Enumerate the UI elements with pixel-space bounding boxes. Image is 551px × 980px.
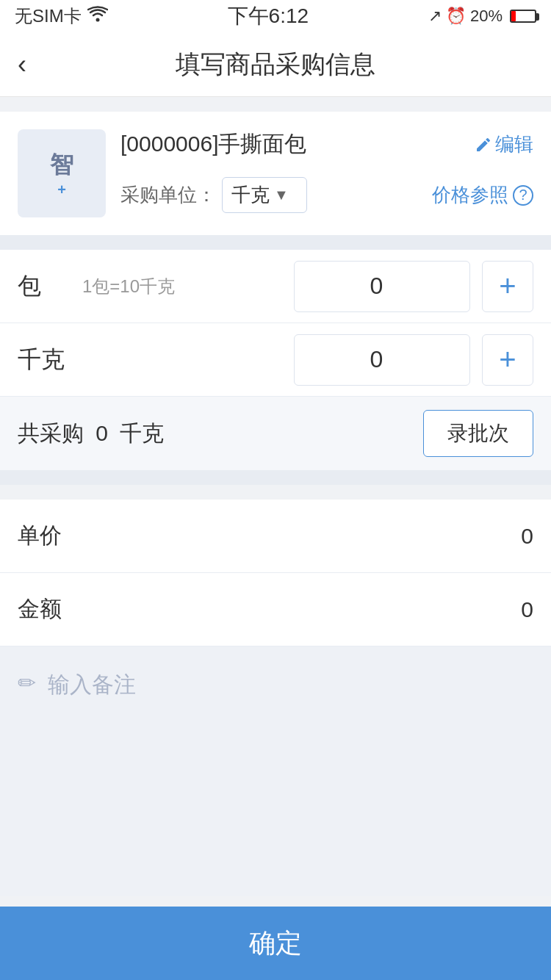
pack-plus-button[interactable]: + — [482, 261, 533, 312]
svg-point-0 — [96, 18, 99, 22]
confirm-button[interactable]: 确定 — [0, 907, 551, 980]
total-prefix: 共采购 — [18, 421, 84, 445]
status-time: 下午6:12 — [228, 2, 309, 30]
amount-label: 金额 — [18, 594, 62, 624]
unit-price-label: 单价 — [18, 521, 62, 551]
location-icon: ↗ — [428, 7, 442, 26]
kg-input[interactable] — [294, 334, 470, 386]
battery-percent: 20% — [470, 7, 503, 26]
product-name: [0000006]手撕面包 — [120, 129, 306, 159]
product-name-row: [0000006]手撕面包 编辑 — [120, 129, 533, 159]
price-ref-label: 价格参照 — [432, 182, 508, 208]
product-card: 智 + [0000006]手撕面包 编辑 采购单位： 千克 ▼ — [0, 112, 551, 235]
unit-row: 采购单位： 千克 ▼ 价格参照 ? — [120, 177, 533, 213]
record-batch-button[interactable]: 录批次 — [423, 410, 533, 457]
unit-label: 采购单位： — [120, 182, 216, 208]
kg-label: 千克 — [18, 344, 76, 376]
pack-label: 包 — [18, 270, 76, 303]
unit-price-row: 单价 0 — [0, 500, 551, 573]
kg-plus-button[interactable]: + — [482, 334, 533, 386]
status-right: ↗ ⏰ 20% — [428, 7, 536, 26]
battery-icon — [510, 10, 536, 23]
amount-row: 金额 0 — [0, 573, 551, 646]
back-button[interactable]: ‹ — [18, 49, 26, 80]
total-value: 0 — [96, 421, 108, 445]
status-left: 无SIM卡 — [15, 4, 108, 28]
pack-sub-label: 1包=10千克 — [82, 275, 175, 298]
section-divider-2 — [0, 470, 551, 485]
unit-select[interactable]: 千克 ▼ — [222, 177, 307, 213]
detail-section: 单价 0 金额 0 — [0, 500, 551, 646]
edit-button[interactable]: 编辑 — [475, 131, 533, 157]
note-section[interactable]: ✏ 输入备注 — [0, 646, 551, 896]
total-unit: 千克 — [120, 421, 164, 445]
pack-input[interactable] — [294, 261, 470, 312]
status-bar: 无SIM卡 下午6:12 ↗ ⏰ 20% — [0, 0, 551, 32]
wifi-icon — [87, 6, 108, 26]
price-ref-button[interactable]: 价格参照 ? — [432, 182, 533, 208]
page-title: 填写商品采购信息 — [176, 48, 375, 82]
carrier-label: 无SIM卡 — [15, 4, 82, 28]
help-icon: ? — [513, 185, 533, 206]
unit-price-value: 0 — [521, 524, 533, 549]
pencil-icon: ✏ — [18, 670, 36, 696]
total-row: 共采购 0 千克 录批次 — [0, 397, 551, 470]
total-text: 共采购 0 千克 — [18, 419, 164, 449]
unit-value: 千克 — [231, 182, 270, 208]
nav-bar: ‹ 填写商品采购信息 — [0, 32, 551, 97]
confirm-label: 确定 — [249, 926, 302, 962]
product-logo: 智 — [50, 149, 73, 181]
pack-input-row: 包 1包=10千克 + — [0, 250, 551, 323]
amount-value: 0 — [521, 597, 533, 622]
product-image: 智 + — [18, 129, 106, 217]
note-placeholder: 输入备注 — [48, 670, 136, 700]
dropdown-icon: ▼ — [274, 187, 289, 203]
alarm-icon: ⏰ — [446, 7, 466, 26]
pack-input-wrap: + — [175, 261, 533, 312]
section-divider-1 — [0, 235, 551, 250]
input-section: 包 1包=10千克 + 千克 + — [0, 250, 551, 397]
edit-label: 编辑 — [495, 131, 533, 157]
product-info: [0000006]手撕面包 编辑 采购单位： 千克 ▼ 价格 — [120, 129, 533, 213]
kg-input-wrap: + — [76, 334, 533, 386]
kg-input-row: 千克 + — [0, 323, 551, 397]
product-logo-plus: + — [57, 181, 66, 198]
